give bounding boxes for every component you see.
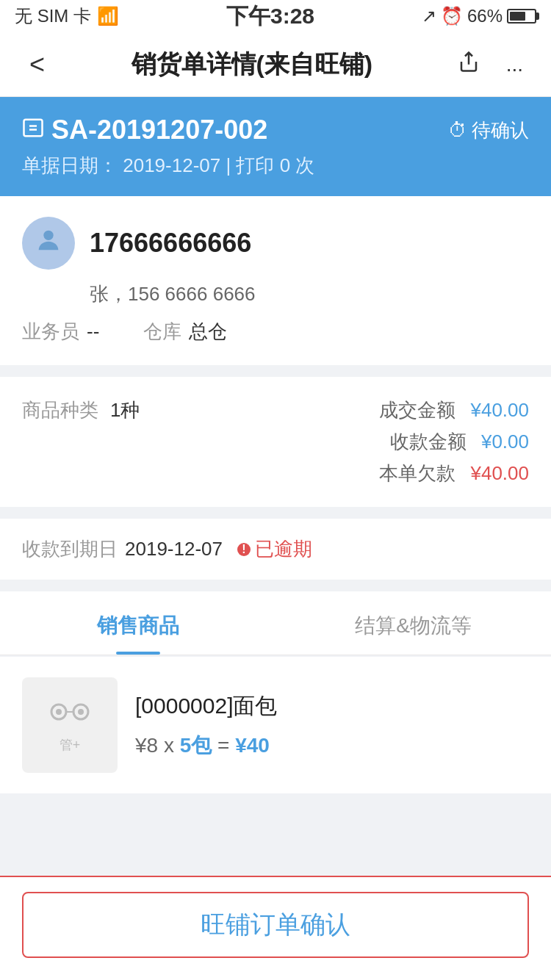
more-button[interactable]: ...	[500, 47, 529, 82]
customer-name: 张，156 6666 6666	[22, 281, 529, 307]
overdue-label: 收款到期日	[22, 536, 118, 562]
nav-bar: < 销货单详情(来自旺铺) ...	[0, 32, 551, 97]
thumb-brand-text: 管+	[60, 736, 81, 754]
order-id-icon	[22, 115, 44, 145]
thumb-eyes-icon	[48, 697, 92, 733]
tab-settlement[interactable]: 结算&物流等	[276, 591, 551, 655]
customer-meta: 业务员 -- 仓库 总仓	[22, 319, 529, 345]
svg-point-4	[43, 230, 53, 239]
product-type-count: 1种	[110, 397, 140, 423]
collected-label: 收款金额	[390, 429, 467, 455]
status-bar: 无 SIM 卡 📶 下午3:28 ↗ ⏰ 66%	[0, 0, 551, 32]
owed-item: 本单欠款 ¥40.00	[379, 461, 529, 486]
status-left: 无 SIM 卡 📶	[15, 4, 119, 28]
overdue-badge: ! 已逾期	[237, 536, 312, 562]
tabs-row: 销售商品 结算&物流等	[0, 591, 551, 655]
date-label: 单据日期：	[22, 154, 118, 176]
back-button[interactable]: <	[22, 42, 52, 87]
overdue-text: 已逾期	[255, 536, 312, 562]
bottom-bar: 旺铺订单确认	[0, 876, 551, 980]
warehouse-label: 仓库	[143, 319, 181, 345]
alarm-icon: ⏰	[441, 6, 463, 26]
wifi-icon: 📶	[97, 6, 119, 26]
thumb-inner: 管+	[48, 697, 92, 754]
avatar-icon	[34, 226, 63, 262]
status-right: ↗ ⏰ 66%	[422, 6, 536, 26]
collected-item: 收款金额 ¥0.00	[390, 429, 529, 455]
carrier-text: 无 SIM 卡	[15, 4, 91, 28]
owed-value: ¥40.00	[470, 462, 529, 485]
order-header-top: SA-20191207-002 ⏱ 待确认	[22, 115, 529, 145]
product-name: [0000002]面包	[135, 691, 529, 721]
order-status-badge: ⏱ 待确认	[448, 118, 529, 143]
nav-actions: ...	[452, 45, 529, 84]
warehouse-item: 仓库 总仓	[143, 319, 227, 345]
product-section: 管+ [0000002]面包 ¥8 x 5包 = ¥40	[0, 657, 551, 793]
multiply-sign: x	[164, 734, 180, 757]
warehouse-value: 总仓	[189, 319, 227, 345]
product-item: 管+ [0000002]面包 ¥8 x 5包 = ¥40	[22, 677, 529, 773]
product-price-row: ¥8 x 5包 = ¥40	[135, 732, 529, 760]
amount-item: 成交金额 ¥40.00	[379, 397, 529, 423]
svg-point-8	[78, 709, 84, 715]
overdue-warning-icon: !	[237, 543, 251, 556]
confirm-order-button[interactable]: 旺铺订单确认	[22, 892, 529, 958]
customer-section: 17666666666 张，156 6666 6666 业务员 -- 仓库 总仓	[0, 196, 551, 365]
order-date-row: 单据日期： 2019-12-07 | 打印 0 次	[22, 153, 529, 179]
order-id: SA-20191207-002	[22, 115, 267, 145]
order-date-value: 2019-12-07	[123, 154, 220, 176]
avatar	[22, 217, 75, 270]
amount-value: ¥40.00	[470, 399, 529, 422]
overdue-section: 收款到期日 2019-12-07 ! 已逾期	[0, 519, 551, 580]
product-type-label: 商品种类	[22, 397, 98, 423]
page-title: 销货单详情(来自旺铺)	[132, 48, 373, 82]
equals-sign: =	[217, 734, 235, 757]
order-header-card: SA-20191207-002 ⏱ 待确认 单据日期： 2019-12-07 |…	[0, 97, 551, 196]
amount-list: 成交金额 ¥40.00 收款金额 ¥0.00 本单欠款 ¥40.00	[379, 397, 529, 486]
product-quantity: 5包	[180, 734, 212, 757]
tabs-section: 销售商品 结算&物流等	[0, 591, 551, 655]
price-unit: ¥8	[135, 734, 158, 757]
summary-row: 商品种类 1种 成交金额 ¥40.00 收款金额 ¥0.00 本单欠款 ¥40.…	[22, 397, 529, 486]
tab-products[interactable]: 销售商品	[0, 591, 276, 655]
svg-rect-1	[24, 120, 43, 137]
salesperson-value: --	[87, 320, 99, 343]
product-total: ¥40	[235, 734, 270, 757]
status-time: 下午3:28	[226, 1, 314, 32]
battery-fill	[510, 12, 525, 21]
salesperson-label: 业务员	[22, 319, 79, 345]
product-info: [0000002]面包 ¥8 x 5包 = ¥40	[135, 691, 529, 760]
battery-percent: 66%	[467, 6, 503, 26]
customer-phone-row: 17666666666	[22, 217, 529, 270]
summary-section: 商品种类 1种 成交金额 ¥40.00 收款金额 ¥0.00 本单欠款 ¥40.…	[0, 377, 551, 507]
customer-phone: 17666666666	[90, 228, 251, 259]
status-icon: ⏱	[448, 119, 467, 142]
salesperson-item: 业务员 --	[22, 319, 99, 345]
collected-value: ¥0.00	[481, 430, 529, 453]
product-thumbnail: 管+	[22, 677, 118, 773]
print-info: | 打印 0 次	[226, 154, 314, 176]
amount-label: 成交金额	[379, 397, 455, 423]
status-text: 待确认	[472, 118, 529, 143]
product-type-item: 商品种类 1种	[22, 397, 140, 423]
battery-icon	[507, 9, 536, 24]
location-icon: ↗	[422, 6, 436, 26]
overdue-date: 2019-12-07	[125, 538, 223, 561]
svg-point-6	[56, 709, 62, 715]
owed-label: 本单欠款	[379, 461, 455, 486]
share-button[interactable]	[452, 45, 486, 84]
